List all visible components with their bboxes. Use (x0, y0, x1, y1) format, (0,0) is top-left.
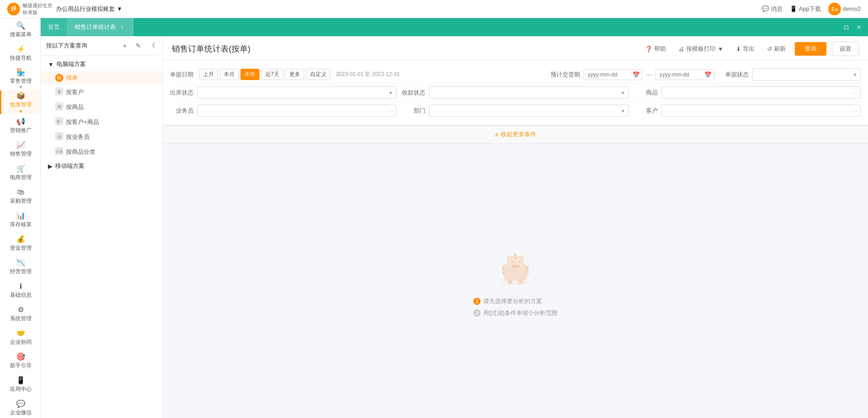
message-btn[interactable]: 💬 消息 (762, 5, 783, 13)
tab-close-btn[interactable]: × (118, 24, 126, 31)
app-download-btn[interactable]: 📱 App下载 (790, 5, 821, 13)
status-select[interactable] (752, 68, 861, 81)
out-status-label: 出库状态 (170, 89, 193, 97)
svg-rect-19 (526, 265, 529, 275)
tab-bar-actions: ⊡ ✕ (841, 22, 868, 33)
date-btn-this-month[interactable]: 本月 (220, 69, 239, 80)
filter-row-2: 出库状态 ▼ 收款状态 (170, 83, 861, 101)
app-name: 畅捷通好生意 标准版 (23, 2, 52, 15)
business-icon: 📉 (16, 258, 25, 267)
sidebar-item-appstore[interactable]: 📱 应用中心 (0, 373, 40, 396)
app-logo: 好 (7, 3, 20, 15)
sidebar-item-finance[interactable]: 💰 资金管理 (0, 232, 40, 255)
filter-container: 单据日期 上月 本月 本年 近7天 更多 自定义 2023-01-01 至 20… (163, 60, 868, 125)
setting-btn[interactable]: 设置 (832, 42, 859, 56)
svg-point-16 (519, 260, 521, 262)
refresh-btn[interactable]: ↺ 刷新 (764, 43, 789, 55)
sidebar-item-system[interactable]: ⚙ 系统管理 (0, 302, 40, 326)
department-label: 部门 (402, 107, 425, 115)
sidebar-item-purchase[interactable]: 🛍 采购管理 (0, 185, 40, 208)
sidebar-item-enterprise[interactable]: 🤝 企业协同 (0, 326, 40, 349)
sidebar-item-sales[interactable]: 📈 销售管理 (0, 138, 40, 161)
wechat-icon: 💬 (16, 399, 25, 408)
tree-item-by-salesperson[interactable]: 业 按业务员 (41, 129, 162, 144)
retail-arrow: ▼ (19, 85, 23, 90)
sidebar-item-search[interactable]: 🔍 搜索菜单 (0, 18, 40, 42)
sidebar-item-wholesale[interactable]: 📦 批发管理 ▲ (0, 90, 40, 114)
company-title[interactable]: 办公用品行业模拟账套 ▼ (56, 5, 123, 13)
user-menu[interactable]: Ea demo2 (828, 3, 861, 15)
date-btn-7days[interactable]: 近7天 (261, 69, 283, 80)
date-btn-more[interactable]: 更多 (285, 69, 304, 80)
search-icon: 🔍 (16, 21, 25, 30)
logo-area[interactable]: 好 畅捷通好生意 标准版 (7, 2, 52, 15)
product-input[interactable] (661, 86, 861, 99)
customer-label: 客户 (634, 107, 658, 115)
edit-scheme-btn[interactable]: ✎ (133, 41, 143, 51)
date-btn-last-month[interactable]: 上月 (199, 69, 218, 80)
tree-parent-mobile[interactable]: ▶ 移动端方案 (41, 159, 162, 173)
by-order-icon: 按 (55, 74, 63, 82)
sidebar-item-basic[interactable]: ℹ 基础信息 (0, 279, 40, 302)
main-content: 按以下方案查询 + ✎ 《 ▼ 电脑端方案 按 按单 (41, 36, 868, 418)
help-btn[interactable]: ❓ 帮助 (642, 43, 670, 55)
header-left: 好 畅捷通好生意 标准版 办公用品行业模拟账套 ▼ (7, 2, 123, 15)
user-avatar: Ea (828, 3, 841, 15)
sidebar-item-business[interactable]: 📉 经营管理 (0, 255, 40, 279)
department-wrap: ▼ (429, 104, 628, 117)
tab-bar: 首页 销售订单统计表 × ⊡ ✕ (41, 18, 868, 36)
collapse-btn[interactable]: ∧ 收起更多条件 (163, 126, 868, 143)
collapse-panel-btn[interactable]: 《 (147, 41, 157, 51)
sidebar-item-guide[interactable]: 🎯 新手引导 (0, 349, 40, 373)
add-scheme-btn[interactable]: + (120, 41, 130, 51)
business-item: 业务员 ··· (170, 104, 396, 117)
customer-input[interactable] (661, 104, 861, 117)
appstore-icon: 📱 (16, 376, 25, 385)
left-panel: 按以下方案查询 + ✎ 《 ▼ 电脑端方案 按 按单 (41, 36, 163, 418)
payment-status-label: 收款状态 (402, 89, 425, 97)
sidebar-item-retail[interactable]: 🏪 零售管理 ▼ (0, 67, 40, 90)
by-category-icon: 分类 (55, 147, 63, 157)
out-status-select[interactable] (197, 86, 396, 99)
retail-icon: 🏪 (16, 68, 25, 76)
export-btn[interactable]: ⬇ 导出 (732, 43, 758, 55)
panel-label: 按以下方案查询 (46, 42, 116, 50)
expected-date-start[interactable] (584, 69, 642, 80)
enterprise-icon: 🤝 (16, 329, 25, 337)
business-input[interactable] (197, 104, 396, 117)
tab-home[interactable]: 首页 (41, 18, 67, 36)
quick-nav-icon: ⚡ (16, 45, 25, 53)
tree-item-by-customer-product[interactable]: 客+ 按客户+商品 (41, 114, 162, 129)
svg-rect-20 (508, 280, 512, 284)
empty-illustration (493, 245, 538, 290)
expected-date-label: 预计交货期 (551, 71, 580, 79)
empty-tip-1: 1 请先选择要分析的方案 (473, 297, 557, 305)
payment-status-select[interactable] (429, 86, 628, 99)
template-print-btn[interactable]: 🖨 按模板打印 ▼ (675, 43, 727, 55)
payment-status-item: 收款状态 ▼ (402, 86, 628, 99)
tree-parent-pc[interactable]: ▼ 电脑端方案 (41, 57, 162, 71)
page-title-bar: 销售订单统计表(按单) ❓ 帮助 🖨 按模板打印 ▼ ⬇ (163, 36, 868, 60)
date-btn-custom[interactable]: 自定义 (306, 69, 330, 80)
tab-restore-btn[interactable]: ⊡ (841, 22, 852, 33)
by-customer-icon: 客 (55, 87, 63, 97)
tree-item-by-product[interactable]: 商 按商品 (41, 100, 162, 114)
wholesale-arrow: ▲ (19, 108, 23, 113)
tree-item-by-order[interactable]: 按 按单 (41, 71, 162, 85)
sidebar-item-ecommerce[interactable]: 🛒 电商管理 (0, 161, 40, 185)
svg-rect-23 (514, 255, 517, 257)
tab-close-window-btn[interactable]: ✕ (854, 22, 864, 33)
tree-item-by-customer[interactable]: 客 按客户 (41, 85, 162, 100)
tab-sales-order[interactable]: 销售订单统计表 × (67, 18, 133, 36)
department-select[interactable] (429, 104, 628, 117)
query-btn[interactable]: 查询 (795, 42, 826, 56)
tree-item-by-category[interactable]: 分类 按商品分类 (41, 144, 162, 159)
sidebar-item-inventory[interactable]: 📊 库存核算 (0, 208, 40, 232)
sidebar-item-marketing[interactable]: 📢 营销推广 (0, 114, 40, 138)
customer-wrap: ··· (661, 104, 861, 117)
sidebar-item-quick-nav[interactable]: ⚡ 快捷导航 (0, 42, 40, 65)
date-btn-this-year[interactable]: 本年 (241, 69, 259, 80)
expected-date-end[interactable] (656, 69, 714, 80)
sidebar-item-wechat[interactable]: 💬 企业微信 (0, 396, 40, 418)
svg-text:客: 客 (57, 90, 61, 94)
